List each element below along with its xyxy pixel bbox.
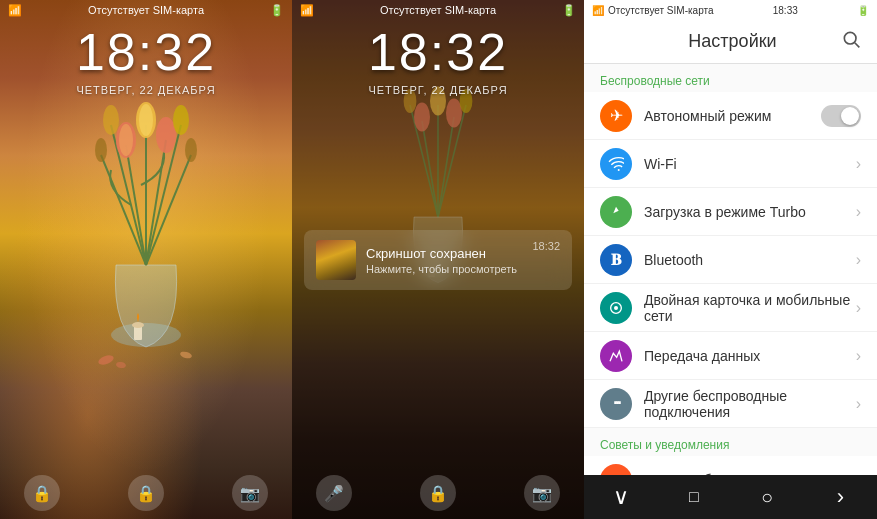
lock-battery: 🔋 xyxy=(270,4,284,17)
settings-item-data[interactable]: Передача данных › xyxy=(584,332,877,380)
notif-subtitle: Нажмите, чтобы просмотреть xyxy=(366,263,532,275)
notif-bottom-bar: 🎤 🔒 📷 xyxy=(292,475,584,511)
svg-point-19 xyxy=(97,354,115,367)
wifi-icon xyxy=(600,148,632,180)
svg-point-37 xyxy=(614,306,618,310)
notif-wifi-icon: 📶 xyxy=(300,4,314,17)
bluetooth-label: Bluetooth xyxy=(644,252,856,268)
notification-card[interactable]: Скриншот сохранен Нажмите, чтобы просмот… xyxy=(304,230,572,290)
notif-status-bar: 📶 Отсутствует SIM-карта 🔋 xyxy=(292,0,584,20)
bluetooth-icon: 𝐁 xyxy=(600,244,632,276)
lock-bottom-bar: 🔒 🔒 📷 xyxy=(0,475,292,511)
settings-wifi-icon: 📶 xyxy=(592,5,604,16)
sim-icon xyxy=(600,292,632,324)
sound-icon xyxy=(600,464,632,476)
settings-item-turbo[interactable]: Загрузка в режиме Turbo › xyxy=(584,188,877,236)
settings-time: 18:33 xyxy=(773,5,798,16)
svg-point-14 xyxy=(173,105,189,135)
nav-home-button[interactable]: ○ xyxy=(747,477,787,517)
data-icon xyxy=(600,340,632,372)
settings-item-sim[interactable]: Двойная карточка и мобильные сети › xyxy=(584,284,877,332)
turbo-chevron: › xyxy=(856,203,861,221)
settings-search-button[interactable] xyxy=(841,29,861,54)
lock-wifi-icon: 📶 xyxy=(8,4,22,17)
notification-screen: 📶 Отсутствует SIM-карта 🔋 18:32 ЧЕТВЕРГ,… xyxy=(292,0,584,519)
lock-date: ЧЕТВЕРГ, 22 ДЕКАБРЯ xyxy=(0,84,292,96)
settings-item-wifi[interactable]: Wi-Fi › xyxy=(584,140,877,188)
notif-icon-mic[interactable]: 🎤 xyxy=(316,475,352,511)
lock-time-container: 18:32 ЧЕТВЕРГ, 22 ДЕКАБРЯ xyxy=(0,22,292,96)
svg-point-21 xyxy=(116,361,127,369)
nav-back-button[interactable]: ∨ xyxy=(601,477,641,517)
lock-time: 18:32 xyxy=(0,22,292,82)
svg-point-11 xyxy=(139,104,153,136)
data-label: Передача данных xyxy=(644,348,856,364)
settings-item-other[interactable]: ··· Другие беспроводные подключения › xyxy=(584,380,877,428)
svg-point-18 xyxy=(132,322,144,328)
svg-line-24 xyxy=(438,117,454,217)
settings-item-bluetooth[interactable]: 𝐁 Bluetooth › xyxy=(584,236,877,284)
sim-label: Двойная карточка и мобильные сети xyxy=(644,292,856,324)
svg-line-34 xyxy=(855,43,860,48)
svg-point-15 xyxy=(185,138,197,162)
notif-date: ЧЕТВЕРГ, 22 ДЕКАБРЯ xyxy=(292,84,584,96)
other-label: Другие беспроводные подключения xyxy=(644,388,856,420)
lock-icon-left[interactable]: 🔒 xyxy=(24,475,60,511)
lock-icon-center[interactable]: 🔒 xyxy=(128,475,164,511)
settings-item-airplane[interactable]: ✈ Автономный режим xyxy=(584,92,877,140)
svg-point-20 xyxy=(179,351,192,360)
sim-chevron: › xyxy=(856,299,861,317)
wifi-label: Wi-Fi xyxy=(644,156,856,172)
settings-sim-text: Отсутствует SIM-карта xyxy=(608,5,714,16)
svg-point-27 xyxy=(414,103,430,132)
svg-point-16 xyxy=(95,138,107,162)
notif-content: Скриншот сохранен Нажмите, чтобы просмот… xyxy=(366,246,532,275)
notif-sim-text: Отсутствует SIM-карта xyxy=(380,4,496,16)
settings-status-bar: 📶 Отсутствует SIM-карта 18:33 🔋 xyxy=(584,0,877,20)
other-chevron: › xyxy=(856,395,861,413)
notif-icon-camera[interactable]: 📷 xyxy=(524,475,560,511)
nav-recent-button[interactable]: □ xyxy=(674,477,714,517)
notif-thumbnail xyxy=(316,240,356,280)
notif-title: Скриншот сохранен xyxy=(366,246,532,261)
settings-battery-icon: 🔋 xyxy=(857,5,869,16)
settings-panel: 📶 Отсутствует SIM-карта 18:33 🔋 Настройк… xyxy=(584,0,877,519)
turbo-label: Загрузка в режиме Turbo xyxy=(644,204,856,220)
settings-status-left: 📶 Отсутствует SIM-карта xyxy=(592,5,714,16)
airplane-label: Автономный режим xyxy=(644,108,821,124)
notif-icon-lock[interactable]: 🔒 xyxy=(420,475,456,511)
svg-point-9 xyxy=(119,124,133,156)
airplane-toggle[interactable] xyxy=(821,105,861,127)
svg-line-22 xyxy=(422,121,438,217)
notif-time: 18:32 xyxy=(292,22,584,82)
settings-content: Беспроводные сети ✈ Автономный режим Wi-… xyxy=(584,64,877,475)
nav-forward-button[interactable]: › xyxy=(820,477,860,517)
settings-header: Настройки xyxy=(584,20,877,64)
data-chevron: › xyxy=(856,347,861,365)
notif-time-badge: 18:32 xyxy=(532,240,560,252)
wifi-chevron: › xyxy=(856,155,861,173)
lock-icon-camera[interactable]: 📷 xyxy=(232,475,268,511)
svg-point-29 xyxy=(446,99,462,128)
bluetooth-chevron: › xyxy=(856,251,861,269)
left-lock-screen: 📶 Отсутствует SIM-карта 🔋 18:32 ЧЕТВЕРГ,… xyxy=(0,0,292,519)
svg-point-35 xyxy=(618,169,620,171)
section-header-wireless: Беспроводные сети xyxy=(584,64,877,92)
svg-point-33 xyxy=(844,32,856,44)
settings-nav-bar: ∨ □ ○ › xyxy=(584,475,877,519)
turbo-icon xyxy=(600,196,632,228)
section-header-tips: Советы и уведомления xyxy=(584,428,877,456)
notif-battery: 🔋 xyxy=(562,4,576,17)
svg-line-1 xyxy=(126,145,146,265)
lock-status-bar: 📶 Отсутствует SIM-карта 🔋 xyxy=(0,0,292,20)
svg-point-12 xyxy=(156,117,176,153)
svg-point-13 xyxy=(103,105,119,135)
notif-time-container: 18:32 ЧЕТВЕРГ, 22 ДЕКАБРЯ xyxy=(292,22,584,96)
settings-item-sound[interactable]: Звук и вибрирование › xyxy=(584,456,877,475)
settings-title: Настройки xyxy=(624,31,841,52)
other-icon: ··· xyxy=(600,388,632,420)
airplane-icon: ✈ xyxy=(600,100,632,132)
lock-sim-text: Отсутствует SIM-карта xyxy=(88,4,204,16)
